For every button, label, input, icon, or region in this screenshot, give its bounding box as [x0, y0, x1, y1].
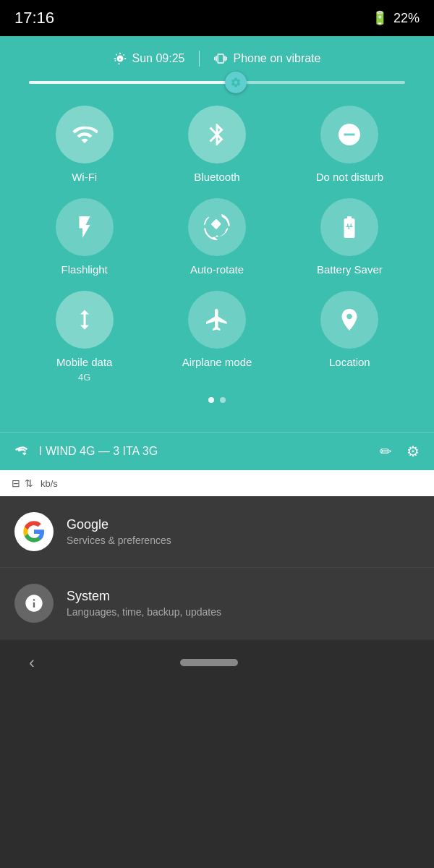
ticker-icon-2: ⇅	[25, 477, 33, 489]
toggle-mobiledata-circle	[56, 291, 114, 349]
toggle-autorotate[interactable]: Auto-rotate	[154, 198, 279, 276]
network-name: I WIND 4G — 3 ITA 3G	[39, 445, 158, 458]
status-right: 🔋 22%	[372, 10, 420, 26]
wifi-icon	[72, 122, 98, 148]
toggle-airplane-label: Airplane mode	[182, 356, 252, 369]
settings-list: Google Services & preferences System Lan…	[0, 496, 434, 639]
toggle-bluetooth-label: Bluetooth	[194, 171, 239, 184]
toggle-location-label: Location	[329, 356, 370, 369]
toggle-flashlight-circle	[56, 198, 114, 256]
battery-percent: 22%	[393, 11, 420, 26]
ticker-icon-1: ⊟	[12, 477, 20, 489]
alarm-icon	[114, 52, 127, 65]
google-icon	[22, 520, 46, 543]
batterysaver-icon	[336, 214, 362, 240]
alarm-info: Sun 09:25	[114, 52, 185, 65]
bluetooth-icon	[204, 122, 230, 148]
network-left: I WIND 4G — 3 ITA 3G	[14, 443, 158, 459]
info-bar: Sun 09:25 Phone on vibrate	[22, 51, 412, 67]
toggle-autorotate-circle	[188, 198, 246, 256]
edit-button[interactable]: ✏	[380, 443, 392, 460]
dot-2	[220, 397, 226, 403]
alarm-time: Sun 09:25	[132, 52, 185, 65]
ticker-icons: ⊟ ⇅	[12, 477, 33, 489]
brightness-slider-fill	[29, 81, 236, 84]
toggle-batterysaver[interactable]: Battery Saver	[287, 198, 412, 276]
page-dots	[22, 397, 412, 403]
battery-icon: 🔋	[372, 10, 388, 26]
mobiledata-icon	[72, 307, 98, 333]
toggle-airplane-circle	[188, 291, 246, 349]
google-title: Google	[67, 517, 171, 532]
google-icon-wrap	[14, 512, 54, 551]
info-divider	[199, 51, 200, 67]
toggle-batterysaver-circle	[320, 198, 378, 256]
system-text-block: System Languages, time, backup, updates	[67, 589, 221, 618]
toggle-location-circle	[320, 291, 378, 349]
toggle-bluetooth[interactable]: Bluetooth	[154, 106, 279, 184]
toggle-autorotate-label: Auto-rotate	[190, 263, 244, 276]
airplane-icon	[204, 307, 230, 333]
toggle-dnd-label: Do not disturb	[316, 171, 383, 184]
network-signal-icon	[14, 443, 30, 459]
network-bar: I WIND 4G — 3 ITA 3G ✏ ⚙	[0, 432, 434, 470]
location-icon	[336, 307, 362, 333]
system-title: System	[67, 589, 221, 604]
vibrate-icon	[214, 52, 227, 65]
status-ticker: ⊟ ⇅ kb/s	[0, 470, 434, 496]
system-icon-wrap	[14, 584, 54, 623]
google-subtitle: Services & preferences	[67, 535, 171, 546]
settings-button[interactable]: ⚙	[407, 443, 420, 460]
autorotate-icon	[204, 214, 230, 240]
toggle-flashlight[interactable]: Flashlight	[22, 198, 147, 276]
toggle-grid: Wi-Fi Bluetooth Do not disturb	[22, 106, 412, 383]
brightness-thumb	[225, 72, 247, 93]
toggle-wifi-label: Wi-Fi	[72, 171, 97, 184]
toggle-flashlight-label: Flashlight	[61, 263, 108, 276]
toggle-airplane[interactable]: Airplane mode	[154, 291, 279, 383]
toggle-wifi[interactable]: Wi-Fi	[22, 106, 147, 184]
toggle-dnd-circle	[320, 106, 378, 163]
toggle-location[interactable]: Location	[287, 291, 412, 383]
toggle-mobiledata-label: Mobile data	[56, 356, 113, 369]
toggle-bluetooth-circle	[188, 106, 246, 163]
vibrate-label: Phone on vibrate	[233, 52, 320, 65]
back-button[interactable]: ‹	[29, 652, 35, 673]
ticker-text: kb/s	[41, 478, 58, 489]
status-time: 17:16	[14, 9, 54, 27]
settings-item-system[interactable]: System Languages, time, backup, updates	[0, 568, 434, 639]
brightness-slider-track[interactable]	[29, 81, 405, 84]
toggle-batterysaver-label: Battery Saver	[317, 263, 383, 276]
bottom-nav: ‹	[0, 639, 434, 686]
quick-settings-panel: Sun 09:25 Phone on vibrate	[0, 36, 434, 432]
system-subtitle: Languages, time, backup, updates	[67, 606, 221, 618]
vibrate-info: Phone on vibrate	[214, 52, 320, 65]
google-text-block: Google Services & preferences	[67, 517, 171, 546]
settings-item-google[interactable]: Google Services & preferences	[0, 496, 434, 568]
toggle-mobiledata[interactable]: Mobile data 4G	[22, 291, 147, 383]
dot-1	[208, 397, 214, 403]
brightness-row[interactable]	[22, 81, 412, 84]
toggle-dnd[interactable]: Do not disturb	[287, 106, 412, 184]
toggle-wifi-circle	[56, 106, 114, 163]
system-icon	[24, 593, 44, 613]
toggle-mobiledata-sublabel: 4G	[78, 372, 90, 383]
dnd-icon	[336, 122, 362, 148]
brightness-gear-icon	[230, 77, 242, 88]
flashlight-icon	[72, 214, 98, 240]
home-pill[interactable]	[180, 659, 238, 666]
network-actions: ✏ ⚙	[380, 443, 420, 460]
status-bar: 17:16 🔋 22%	[0, 0, 434, 36]
